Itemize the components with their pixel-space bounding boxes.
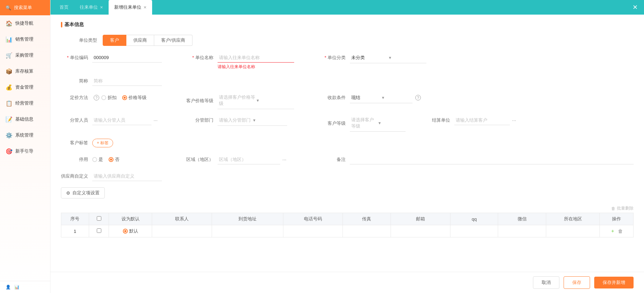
unit-category-select[interactable]: 未分类 ▼: [350, 52, 426, 63]
tab-new-partner[interactable]: 新增往来单位 ✕: [109, 0, 152, 15]
tab-home-label: 首页: [60, 4, 69, 10]
sidebar-bottom-icon1[interactable]: 👤: [6, 285, 11, 290]
unit-btn-both[interactable]: 客户/供应商: [154, 35, 193, 46]
disable-yes-radio[interactable]: 是: [92, 156, 103, 163]
sidebar-bottom: 👤 📊: [0, 281, 50, 293]
sidebar-item-basic[interactable]: 📝 基础信息: [0, 111, 50, 127]
pricing-discount-radio[interactable]: 折扣: [101, 95, 117, 101]
field-customer-price-level: 客户价格等级 请选择客户价格等级 ▼: [186, 92, 319, 109]
delete-row-btn[interactable]: 🗑: [618, 228, 623, 234]
manager-input[interactable]: [92, 115, 151, 125]
region-dots[interactable]: ···: [280, 157, 289, 162]
form-row-supplier-custom: 供应商自定义: [61, 171, 634, 182]
disable-no-circle: [109, 157, 113, 162]
add-row-btn[interactable]: ＋: [610, 228, 615, 234]
sidebar-item-purchase[interactable]: 🛒 采购管理: [0, 47, 50, 63]
short-name-input[interactable]: [92, 76, 162, 86]
col-default: 设为默认: [109, 213, 152, 225]
contact-input[interactable]: [168, 229, 196, 234]
region-input[interactable]: [218, 155, 280, 164]
unit-code-input[interactable]: [92, 53, 162, 63]
cell-action: ＋ 🗑: [600, 225, 634, 237]
customer-price-level-label: 客户价格等级: [186, 95, 218, 106]
address-input[interactable]: [230, 229, 265, 234]
default-radio[interactable]: 默认: [112, 228, 148, 234]
select-all-checkbox[interactable]: [97, 216, 101, 221]
settlement-unit-input[interactable]: [454, 115, 510, 125]
tab-partners-close[interactable]: ✕: [100, 5, 103, 10]
col-checkbox[interactable]: [89, 213, 109, 225]
unit-name-error: 请输入往来单位名称: [218, 64, 255, 70]
payment-terms-chevron: ▼: [381, 96, 411, 100]
customer-price-level-placeholder: 请选择客户价格等级: [219, 94, 256, 107]
pricing-help-icon[interactable]: ?: [94, 95, 99, 100]
remark-input[interactable]: [350, 155, 634, 164]
unit-btn-customer[interactable]: 客户: [103, 35, 126, 46]
cell-address[interactable]: [212, 225, 283, 237]
sales-icon: 📊: [6, 36, 13, 43]
customer-level-select[interactable]: 请选择客户等级 ▼: [350, 115, 406, 132]
department-placeholder: 请输入分管部门: [219, 117, 252, 123]
sidebar-item-label: 采购管理: [15, 52, 33, 58]
department-chevron: ▼: [252, 118, 286, 122]
sidebar-item-finance[interactable]: 💰 资金管理: [0, 79, 50, 95]
sidebar-item-sales[interactable]: 📊 销售管理: [0, 31, 50, 47]
settlement-dots[interactable]: ···: [510, 117, 518, 123]
cell-checkbox[interactable]: [89, 225, 109, 237]
cell-wechat[interactable]: [498, 225, 546, 237]
cell-region[interactable]: [546, 225, 599, 237]
disable-no-radio[interactable]: 否: [109, 156, 119, 163]
custom-settings-icon: ⚙: [66, 190, 70, 196]
customer-price-chevron: ▼: [256, 98, 293, 103]
col-email: 邮箱: [391, 213, 450, 225]
tab-partners[interactable]: 往来单位 ✕: [74, 0, 109, 15]
payment-terms-label: 收款条件: [319, 92, 350, 103]
customer-level-label: 客户等级: [319, 118, 350, 129]
inventory-icon: 📦: [6, 68, 13, 75]
form-row-tags: 客户标签 + 标签: [61, 137, 634, 148]
sidebar-item-guide[interactable]: 🎯 新手引导: [0, 143, 50, 159]
save-button[interactable]: 保存: [564, 276, 590, 289]
sidebar-item-label: 资金管理: [15, 84, 33, 90]
cell-fax[interactable]: [343, 225, 391, 237]
cancel-button[interactable]: 取消: [533, 276, 559, 289]
customer-price-level-select[interactable]: 请选择客户价格等级 ▼: [218, 92, 294, 109]
fax-input[interactable]: [356, 229, 377, 234]
cell-email[interactable]: [391, 225, 450, 237]
unit-name-input[interactable]: [218, 53, 294, 63]
manager-dots[interactable]: ···: [151, 117, 160, 123]
custom-settings-button[interactable]: ⚙ 自定义项设置: [61, 187, 105, 198]
save-new-button[interactable]: 保存并新增: [594, 277, 634, 288]
wechat-input[interactable]: [512, 229, 533, 234]
tab-new-partner-close[interactable]: ✕: [143, 5, 147, 10]
add-tag-button[interactable]: + 标签: [92, 139, 113, 147]
supplier-custom-input[interactable]: [92, 171, 162, 181]
payment-terms-help-icon[interactable]: ?: [415, 95, 421, 100]
unit-btn-supplier[interactable]: 供应商: [126, 35, 154, 46]
sidebar-item-system[interactable]: ⚙️ 系统管理: [0, 127, 50, 143]
qq-input[interactable]: [464, 229, 485, 234]
sidebar-search[interactable]: 🔍 搜索菜单: [0, 0, 50, 15]
sidebar-item-inventory[interactable]: 📦 库存核算: [0, 63, 50, 79]
batch-delete-button[interactable]: 🗑 批量删除: [611, 205, 634, 211]
sidebar-item-quick-nav[interactable]: 🏠 快捷导航: [0, 15, 50, 31]
sidebar-item-operations[interactable]: 📋 经营管理: [0, 95, 50, 111]
phone-input[interactable]: [299, 229, 327, 234]
batch-delete-label: 批量删除: [617, 205, 634, 211]
sidebar-bottom-icon2[interactable]: 📊: [14, 285, 19, 290]
field-pricing: 定价方法 ? 折扣 价格等级: [61, 92, 186, 103]
row-checkbox[interactable]: [97, 228, 101, 233]
pricing-level-radio[interactable]: 价格等级: [122, 95, 147, 101]
department-select[interactable]: 请输入分管部门 ▼: [218, 115, 287, 126]
tabs-close-all[interactable]: ✕: [630, 3, 641, 11]
cell-contact[interactable]: [152, 225, 212, 237]
email-input[interactable]: [407, 229, 434, 234]
region-table-input[interactable]: [561, 229, 585, 234]
form-row-disable: 停用 是 否 区域（地区） ··· 备注: [61, 154, 634, 165]
cell-qq[interactable]: [450, 225, 498, 237]
tab-home[interactable]: 首页: [54, 0, 74, 15]
field-tags: 客户标签 + 标签: [61, 137, 634, 148]
cell-phone[interactable]: [283, 225, 343, 237]
payment-terms-select[interactable]: 现结 ▼: [350, 92, 413, 103]
field-unit-code: 单位编码: [61, 52, 186, 63]
